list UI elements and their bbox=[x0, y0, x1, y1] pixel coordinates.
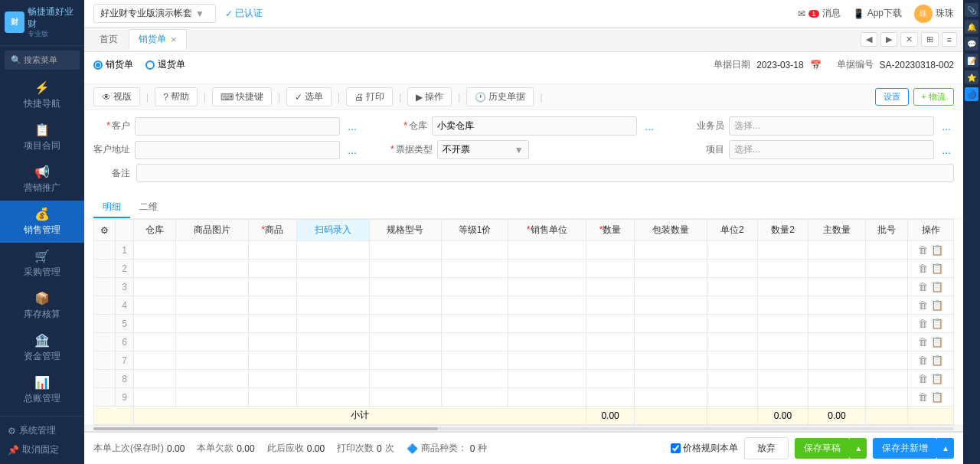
scrollbar-track[interactable] bbox=[93, 427, 954, 430]
table-row: 8🗑📋 bbox=[94, 370, 954, 388]
row-copy-btn[interactable]: 📋 bbox=[929, 281, 945, 292]
row-delete-btn[interactable]: 🗑 bbox=[916, 281, 929, 292]
row-delete-btn[interactable]: 🗑 bbox=[916, 299, 929, 311]
col-barcode[interactable]: 扫码录入 bbox=[296, 220, 369, 241]
save-new-dropdown[interactable]: ▲ bbox=[937, 438, 954, 459]
row-copy-btn[interactable]: 📋 bbox=[929, 336, 945, 348]
right-panel-icon-2[interactable]: 🔔 bbox=[965, 20, 978, 34]
tab-grid-view-button[interactable]: ⊞ bbox=[921, 32, 939, 47]
right-panel: 📎 🔔 💬 📝 ⭐ 🔵 bbox=[963, 0, 980, 464]
row-copy-btn[interactable]: 📋 bbox=[929, 318, 945, 329]
sidebar-item-inventory[interactable]: 📦 库存核算 bbox=[0, 285, 84, 327]
row-copy-btn[interactable]: 📋 bbox=[929, 391, 945, 403]
user-profile[interactable]: 珠 珠珠 bbox=[914, 5, 954, 23]
horizontal-scrollbar[interactable] bbox=[84, 425, 963, 431]
sidebar-item-quicknav[interactable]: ⚡ 快捷导航 bbox=[0, 74, 84, 116]
tab-next-button[interactable]: ▶ bbox=[880, 32, 897, 47]
subtotal-pack bbox=[634, 407, 707, 425]
field-address: 客户地址 ... bbox=[93, 141, 360, 159]
row-copy-btn[interactable]: 📋 bbox=[929, 355, 945, 366]
radio-sale-order[interactable]: 销货单 bbox=[93, 58, 133, 71]
calendar-icon[interactable]: 📅 bbox=[810, 60, 822, 70]
sidebar-search[interactable]: 🔍 搜索菜单 bbox=[0, 46, 84, 74]
footer-right: 价格规则本单 放弃 保存草稿 ▲ 保存并新增 ▲ bbox=[671, 437, 954, 459]
history-icon: 🕐 bbox=[475, 92, 486, 103]
row-copy-btn[interactable]: 📋 bbox=[929, 373, 945, 384]
price-check-label[interactable]: 价格规则本单 bbox=[671, 442, 738, 455]
sidebar-item-capital[interactable]: 🏦 资金管理 bbox=[0, 327, 84, 369]
project-input[interactable]: 选择... bbox=[729, 140, 934, 159]
tab-prev-button[interactable]: ◀ bbox=[861, 32, 877, 47]
select-icon: ✓ bbox=[295, 92, 302, 103]
sidebar: 财 畅捷通好业财 专业版 🔍 搜索菜单 ⚡ 快捷导航 📋 项目合同 📢 营销推广… bbox=[0, 0, 84, 464]
shortcut-button[interactable]: ⌨ 快捷键 bbox=[212, 87, 272, 106]
right-panel-icon-6[interactable]: 🔵 bbox=[965, 87, 978, 101]
tab-list-view-button[interactable]: ≡ bbox=[942, 32, 957, 47]
remark-input[interactable] bbox=[136, 164, 954, 182]
right-panel-icon-4[interactable]: 📝 bbox=[965, 54, 978, 67]
scrollbar-thumb[interactable] bbox=[93, 427, 438, 430]
sidebar-item-accounts[interactable]: 📊 总账管理 bbox=[0, 369, 84, 411]
table-row: 9🗑📋 bbox=[94, 388, 954, 407]
save-draft-button[interactable]: 保存草稿 bbox=[795, 438, 850, 459]
view-button[interactable]: 👁 视版 bbox=[93, 87, 140, 106]
shortcut-icon: ⌨ bbox=[220, 92, 234, 103]
address-input[interactable] bbox=[135, 141, 340, 159]
address-dots[interactable]: ... bbox=[345, 144, 360, 156]
print-button[interactable]: 🖨 打印 bbox=[346, 87, 393, 106]
sidebar-item-purchase[interactable]: 🛒 采购管理 bbox=[0, 243, 84, 285]
add-logistics-button[interactable]: + 物流 bbox=[913, 88, 954, 106]
staff-input[interactable]: 选择... bbox=[729, 116, 934, 136]
tab-sales-order[interactable]: 销货单 × bbox=[129, 29, 187, 50]
search-menu-button[interactable]: 🔍 搜索菜单 bbox=[5, 51, 80, 70]
col-qty: *数量 bbox=[586, 220, 635, 241]
row-copy-btn[interactable]: 📋 bbox=[929, 263, 945, 274]
row-delete-btn[interactable]: 🗑 bbox=[916, 263, 929, 274]
row-delete-btn[interactable]: 🗑 bbox=[916, 355, 929, 366]
messages-button[interactable]: ✉ 1 消息 bbox=[798, 7, 841, 20]
radio-return-order[interactable]: 退货单 bbox=[145, 58, 185, 71]
invoice-select[interactable]: 不开票 ▼ bbox=[437, 140, 529, 159]
row-delete-btn[interactable]: 🗑 bbox=[916, 391, 929, 403]
project-dots[interactable]: ... bbox=[939, 144, 954, 156]
save-new-button[interactable]: 保存并新增 bbox=[873, 438, 937, 459]
right-panel-icon-3[interactable]: 💬 bbox=[965, 37, 978, 51]
row-delete-btn[interactable]: 🗑 bbox=[916, 336, 929, 348]
tab-navigation: ◀ ▶ ✕ ⊞ ≡ bbox=[861, 32, 957, 47]
warehouse-input[interactable]: 小卖仓库 bbox=[432, 116, 637, 136]
tab-2d[interactable]: 二维 bbox=[130, 198, 167, 218]
warehouse-dots[interactable]: ... bbox=[642, 120, 657, 132]
sidebar-item-project[interactable]: 📋 项目合同 bbox=[0, 116, 84, 158]
row-delete-btn[interactable]: 🗑 bbox=[916, 318, 929, 329]
tab-detail[interactable]: 明细 bbox=[93, 198, 130, 218]
sidebar-item-marketing[interactable]: 📢 营销推广 bbox=[0, 158, 84, 201]
select-button[interactable]: ✓ 选单 bbox=[286, 87, 332, 106]
customer-input[interactable] bbox=[135, 117, 340, 136]
staff-dots[interactable]: ... bbox=[939, 120, 954, 132]
row-copy-btn[interactable]: 📋 bbox=[929, 299, 945, 311]
history-button[interactable]: 🕐 历史单据 bbox=[466, 87, 534, 106]
right-panel-icon-5[interactable]: ⭐ bbox=[965, 70, 978, 84]
subtotal-action bbox=[908, 407, 954, 425]
app-download-button[interactable]: 📱 App下载 bbox=[853, 7, 902, 20]
sidebar-item-cancel-pin[interactable]: 📌 取消固定 bbox=[5, 440, 80, 459]
tab-home[interactable]: 首页 bbox=[90, 30, 127, 49]
company-selector[interactable]: 好业财专业版演示帐套 ▼ bbox=[93, 4, 216, 23]
price-check-checkbox[interactable] bbox=[671, 443, 681, 453]
sidebar-item-system[interactable]: ⚙ 系统管理 bbox=[5, 421, 80, 440]
settings-col-header[interactable]: ⚙ bbox=[94, 220, 116, 241]
help-button[interactable]: ? 帮助 bbox=[155, 87, 198, 106]
row-delete-btn[interactable]: 🗑 bbox=[916, 244, 929, 256]
settings-button[interactable]: 设置 bbox=[875, 88, 909, 106]
customer-dots[interactable]: ... bbox=[345, 120, 360, 132]
sidebar-item-sales[interactable]: 💰 销售管理 bbox=[0, 201, 84, 243]
tab-close-button[interactable]: ✕ bbox=[900, 32, 918, 47]
tab-close-icon[interactable]: × bbox=[171, 34, 177, 45]
row-delete-btn[interactable]: 🗑 bbox=[916, 373, 929, 384]
table-row: 1🗑📋 bbox=[94, 241, 954, 260]
operate-button[interactable]: ▶ 操作 bbox=[407, 87, 452, 106]
discard-button[interactable]: 放弃 bbox=[744, 437, 789, 459]
save-draft-dropdown[interactable]: ▲ bbox=[850, 438, 867, 459]
right-panel-icon-1[interactable]: 📎 bbox=[965, 3, 978, 17]
row-copy-btn[interactable]: 📋 bbox=[929, 244, 945, 256]
